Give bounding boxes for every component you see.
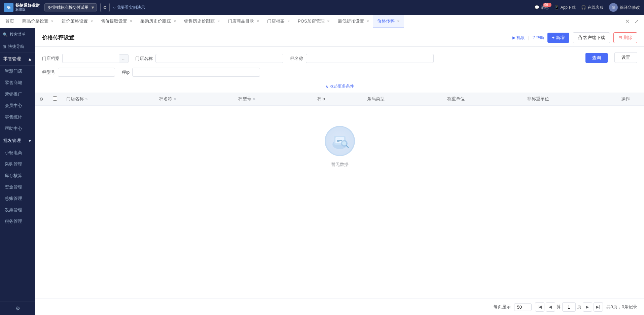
video-link[interactable]: ▶ 视频 [512, 35, 525, 41]
table-footer: 每页显示 50 20 100 200 |◀ ◀ 算 页 ▶ ▶| 共0页，0条记… [35, 299, 644, 315]
download-icon: 📱 [554, 5, 559, 10]
sidebar-item-inventory[interactable]: 库存核算 [0, 170, 35, 181]
sidebar-item-retail-mall[interactable]: 零售商城 [0, 77, 35, 89]
tab-close-icon[interactable]: × [130, 19, 132, 24]
store-profile-label: 门店档案 [42, 56, 60, 62]
user-info[interactable]: 徐 徐泽华修改 [609, 3, 640, 12]
filter-store-profile: 门店档案 ... [42, 54, 129, 63]
tab-store-profile[interactable]: 门店档案 × [263, 15, 294, 28]
first-page-button[interactable]: |◀ [535, 302, 544, 312]
scale-ip-input[interactable] [132, 68, 260, 77]
tab-close-icon[interactable]: × [327, 19, 330, 24]
sidebar-item-retail-stats[interactable]: 零售统计 [0, 111, 35, 123]
scale-name-input[interactable] [306, 54, 434, 63]
tab-purchase-strategy[interactable]: 进价策略设置 × [58, 15, 97, 28]
page-header: 价格传秤设置 ▶ 视频 | ? 帮助 + 新增 凸 客户端下载 [35, 28, 644, 47]
store-profile-input[interactable] [62, 54, 119, 63]
tab-expand-button[interactable]: ⤢ [633, 17, 640, 26]
sidebar-item-tax[interactable]: 税务管理 [0, 216, 35, 227]
sidebar-group-retail[interactable]: 零售管理 ▲ [0, 53, 35, 65]
settings-col-icon[interactable]: ⚙ [39, 97, 43, 102]
download-button[interactable]: 凸 客户端下载 [573, 32, 610, 43]
demo-button[interactable]: ○ 我要看实例演示 [113, 5, 145, 10]
tab-close-icon[interactable]: × [174, 19, 176, 24]
sidebar-item-ecommerce[interactable]: 小畅电商 [0, 147, 35, 159]
svg-rect-8 [337, 140, 342, 141]
filter-scale-ip: 秤ip [122, 68, 260, 77]
app-sub-name: 标准版 [15, 8, 40, 12]
online-service-button[interactable]: 🎧 在线客服 [581, 5, 604, 10]
top-bar: 畅 畅捷通好业财 标准版 好业财标准版交付试用 ▼ ⚙ ○ 我要看实例演示 💬 … [0, 0, 644, 15]
messages-button[interactable]: 💬 消息 99+ [534, 5, 549, 10]
tab-close-icon[interactable]: × [91, 19, 93, 24]
scale-model-input[interactable] [58, 68, 115, 77]
sidebar-settings-icon[interactable]: ⚙ [15, 305, 20, 312]
th-sort-scale-name[interactable]: 秤名称 ⇅ [159, 96, 230, 102]
collapse-bar[interactable]: ∧ 收起更多条件 [42, 81, 637, 93]
setup-button[interactable]: 设置 [614, 52, 637, 63]
sidebar-item-finance[interactable]: 资金管理 [0, 181, 35, 193]
sidebar-quick-nav[interactable]: ⊞ 快捷导航 [0, 41, 35, 53]
tab-close-icon[interactable]: × [397, 19, 400, 24]
version-selector[interactable]: 好业财标准版交付试用 [44, 3, 97, 11]
store-name-input[interactable] [155, 54, 283, 63]
per-page-select[interactable]: 50 20 100 200 [514, 303, 532, 311]
scale-ip-label: 秤ip [122, 69, 130, 75]
page-text-label: 页 [577, 304, 581, 310]
th-operations: 操作 [617, 93, 644, 106]
help-link[interactable]: ? 帮助 [533, 35, 544, 41]
tab-home[interactable]: 首页 [1, 15, 18, 28]
tab-close-icon[interactable]: × [287, 19, 290, 24]
sort-icon: ⇅ [85, 97, 88, 101]
sidebar-item-invoice[interactable]: 发票管理 [0, 204, 35, 216]
sidebar-search-menu[interactable]: 🔍 搜索菜单 [0, 28, 35, 41]
tab-close-window-button[interactable]: ✕ [624, 17, 631, 26]
last-page-button[interactable]: ▶| [594, 302, 603, 312]
version-selector-wrap: 好业财标准版交付试用 ▼ [44, 3, 97, 11]
empty-state: 暂无数据 [35, 106, 644, 188]
headset-icon: 🎧 [581, 5, 586, 10]
svg-rect-7 [337, 139, 340, 139]
tab-purchase-history[interactable]: 采购历史价跟踪 × [136, 15, 180, 28]
scale-name-label: 秤名称 [290, 56, 303, 62]
chevron-down-icon: ▼ [28, 138, 32, 143]
tab-product-price[interactable]: 商品价格设置 × [18, 15, 58, 28]
sidebar-item-purchase[interactable]: 采购管理 [0, 159, 35, 170]
app-download-button[interactable]: 📱 App下载 [554, 5, 576, 10]
tab-close-icon[interactable]: × [257, 19, 259, 24]
store-profile-picker-button[interactable]: ... [119, 54, 129, 63]
page-title-row: 价格传秤设置 ▶ 视频 | ? 帮助 + 新增 凸 客户端下载 [42, 32, 637, 46]
th-sort-store-name[interactable]: 门店名称 ⇅ [66, 96, 151, 102]
tab-close-icon[interactable]: × [217, 19, 220, 24]
tab-price-scale[interactable]: 价格传秤 × [373, 15, 404, 28]
sidebar-item-smart-store[interactable]: 智慧门店 [0, 66, 35, 77]
prev-page-button[interactable]: ◀ [546, 302, 555, 312]
topbar-settings-button[interactable]: ⚙ [100, 3, 110, 12]
select-all-checkbox[interactable] [53, 96, 57, 101]
sidebar-group-wholesale[interactable]: 批发管理 ▼ [0, 134, 35, 147]
store-profile-input-wrap: ... [62, 54, 129, 63]
page-title: 价格传秤设置 [42, 34, 74, 41]
th-weight-unit: 称重单位 [443, 93, 523, 106]
messages-badge: 99+ [543, 3, 551, 7]
tab-close-icon[interactable]: × [367, 19, 369, 24]
next-page-button[interactable]: ▶ [583, 302, 592, 312]
th-sort-scale-model[interactable]: 秤型号 ⇅ [238, 96, 309, 102]
tab-store-catalog[interactable]: 门店商品目录 × [224, 15, 263, 28]
add-button[interactable]: + 新增 [547, 33, 569, 43]
sidebar-item-marketing[interactable]: 营销推广 [0, 89, 35, 100]
tab-pos-management[interactable]: POS加密管理 × [294, 15, 333, 28]
delete-button[interactable]: ⊟ 删除 [613, 32, 637, 43]
tab-sale-history[interactable]: 销售历史价跟踪 × [180, 15, 224, 28]
query-button[interactable]: 查询 [585, 53, 608, 63]
play-icon: ○ [113, 5, 115, 10]
page-number-input[interactable] [562, 302, 576, 312]
sidebar-item-member[interactable]: 会员中心 [0, 100, 35, 111]
divider: | [528, 35, 529, 40]
tab-close-icon[interactable]: × [51, 19, 53, 24]
filter-scale-model: 秤型号 [42, 68, 115, 77]
tab-sale-price[interactable]: 售价提取设置 × [97, 15, 136, 28]
sidebar-item-help[interactable]: 帮助中心 [0, 123, 35, 134]
tab-min-discount[interactable]: 最低折扣设置 × [334, 15, 373, 28]
sidebar-item-general-ledger[interactable]: 总账管理 [0, 193, 35, 204]
